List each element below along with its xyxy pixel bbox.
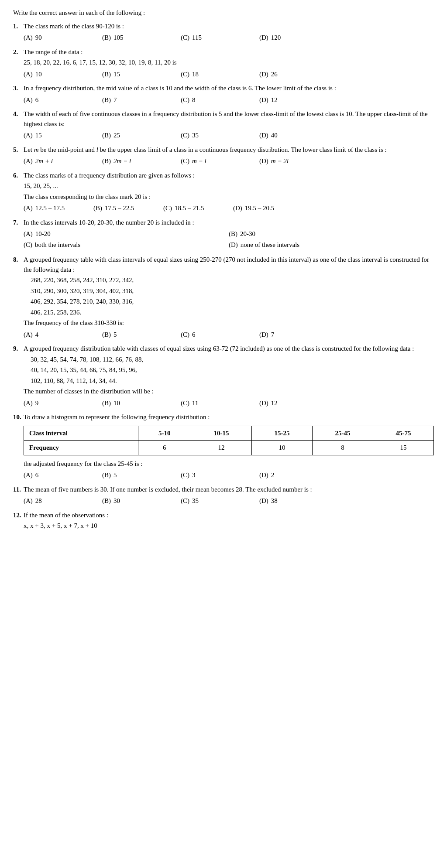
option-4-1: (B)25: [102, 130, 181, 140]
options-row-5: (A)2m + l(B)2m − l(C)m − l(D)m − 2l: [24, 156, 434, 166]
option-6-3: (D)19.5 – 20.5: [233, 203, 303, 213]
options-row-4: (A)15(B)25(C)35(D)40: [24, 130, 434, 140]
question-12: 12.If the mean of the observations :x, x…: [13, 510, 434, 531]
table-cell-0-3: 10: [252, 441, 313, 455]
question-number-8: 8.: [13, 255, 24, 265]
question-subtext2-10: the adjusted frequency for the class 25-…: [24, 459, 434, 469]
question-text-8: A grouped frequency table with class int…: [24, 255, 434, 274]
options-row-11: (A)28(B)30(C)35(D)38: [24, 496, 434, 506]
option-2-3: (D)26: [259, 69, 338, 79]
option-7-0: (A)10-20: [24, 229, 229, 239]
question-number-5: 5.: [13, 145, 24, 155]
question-text-6: The class marks of a frequency distribut…: [24, 171, 434, 181]
dataline-8-0: 268, 220, 368, 258, 242, 310, 272, 342,: [31, 275, 434, 285]
question-text-2: The range of the data :: [24, 47, 434, 57]
options-row-8: (A)4(B)5(C)6(D)7: [24, 330, 434, 340]
option-11-3: (D)38: [259, 496, 338, 506]
options-row-3: (A)6(B)7(C)8(D)12: [24, 95, 434, 105]
dataline-9-2: 102, 110, 88, 74, 112, 14, 34, 44.: [31, 376, 434, 386]
question-number-10: 10.: [13, 412, 24, 422]
question-number-2: 2.: [13, 47, 24, 57]
question-text-5: Let m be the mid-point and l be the uppe…: [24, 145, 434, 155]
table-header-2: 10-15: [191, 426, 252, 441]
option-8-0: (A)4: [24, 330, 102, 340]
question-number-6: 6.: [13, 171, 24, 181]
question-9: 9.A grouped frequency distribution table…: [13, 344, 434, 408]
table-header-1: 5-10: [138, 426, 191, 441]
question-8: 8.A grouped frequency table with class i…: [13, 255, 434, 339]
question-number-4: 4.: [13, 109, 24, 119]
question-number-7: 7.: [13, 218, 24, 228]
question-number-1: 1.: [13, 21, 24, 31]
question-number-12: 12.: [13, 510, 24, 520]
option-10-3: (D)2: [259, 470, 338, 480]
question-text-4: The width of each of five continuous cla…: [24, 109, 434, 129]
question-text-10: To draw a histogram to represent the fol…: [24, 412, 434, 422]
option-2-2: (C)18: [181, 69, 259, 79]
option-6-1: (B)17.5 – 22.5: [93, 203, 163, 213]
question-text-1: The class mark of the class 90-120 is :: [24, 21, 434, 31]
freq-table-10: Class interval5-1010-1515-2525-4545-75Fr…: [24, 426, 434, 455]
table-cell-0-5: 15: [373, 441, 433, 455]
question-text-3: In a frequency distribution, the mid val…: [24, 83, 434, 93]
option-1-2: (C)115: [181, 33, 259, 43]
option-5-0: (A)2m + l: [24, 156, 102, 166]
dataline-8-3: 406, 215, 258, 236.: [31, 308, 434, 318]
question-11: 11.The mean of five numbers is 30. If on…: [13, 485, 434, 506]
question-number-11: 11.: [13, 485, 24, 495]
question-subtext2-9: The number of classes in the distributio…: [24, 386, 434, 396]
option-1-0: (A)90: [24, 33, 102, 43]
option-3-3: (D)12: [259, 95, 338, 105]
option-8-1: (B)5: [102, 330, 181, 340]
question-3: 3.In a frequency distribution, the mid v…: [13, 83, 434, 105]
options-row-7: (A)10-20(B)20-30(C)both the intervals(D)…: [24, 229, 434, 250]
question-subtext2-6: The class corresponding to the class mar…: [24, 192, 434, 202]
options-row-6: (A)12.5 – 17.5(B)17.5 – 22.5(C)18.5 – 21…: [24, 203, 434, 213]
question-6: 6.The class marks of a frequency distrib…: [13, 171, 434, 213]
option-11-0: (A)28: [24, 496, 102, 506]
question-7: 7.In the class intervals 10-20, 20-30, t…: [13, 218, 434, 251]
table-header-3: 15-25: [252, 426, 313, 441]
options-row-10: (A)6(B)5(C)3(D)2: [24, 470, 434, 480]
question-subtext2-8: The frequency of the class 310-330 is:: [24, 318, 434, 328]
question-text-11: The mean of five numbers is 30. If one n…: [24, 485, 434, 495]
question-number-3: 3.: [13, 83, 24, 93]
option-4-2: (C)35: [181, 130, 259, 140]
option-7-3: (D)none of these intervals: [229, 240, 434, 250]
option-11-2: (C)35: [181, 496, 259, 506]
dataline-8-1: 310, 290, 300, 320, 319, 304, 402, 318,: [31, 286, 434, 296]
header: Write the correct answer in each of the …: [13, 8, 434, 18]
table-header-0: Class interval: [24, 426, 138, 441]
dataline-9-0: 30, 32, 45, 54, 74, 78, 108, 112, 66, 76…: [31, 355, 434, 365]
table-cell-0-4: 8: [313, 441, 373, 455]
table-header-5: 45-75: [373, 426, 433, 441]
dataline-8-2: 406, 292, 354, 278, 210, 240, 330, 316,: [31, 297, 434, 307]
option-6-2: (C)18.5 – 21.5: [163, 203, 233, 213]
option-8-2: (C)6: [181, 330, 259, 340]
option-10-2: (C)3: [181, 470, 259, 480]
option-8-3: (D)7: [259, 330, 338, 340]
option-5-1: (B)2m − l: [102, 156, 181, 166]
option-3-1: (B)7: [102, 95, 181, 105]
option-5-2: (C)m − l: [181, 156, 259, 166]
option-4-0: (A)15: [24, 130, 102, 140]
question-text-9: A grouped frequency distribution table w…: [24, 344, 434, 354]
dataline-9-1: 40, 14, 20, 15, 35, 44, 66, 75, 84, 95, …: [31, 365, 434, 375]
question-subtext-6: 15, 20, 25, ...: [24, 181, 434, 191]
option-3-0: (A)6: [24, 95, 102, 105]
options-row-2: (A)10(B)15(C)18(D)26: [24, 69, 434, 79]
option-9-0: (A)9: [24, 398, 102, 408]
option-6-0: (A)12.5 – 17.5: [24, 203, 93, 213]
option-9-3: (D)12: [259, 398, 338, 408]
option-1-1: (B)105: [102, 33, 181, 43]
question-1: 1.The class mark of the class 90-120 is …: [13, 21, 434, 43]
question-text-12: If the mean of the observations :: [24, 510, 434, 520]
option-5-3: (D)m − 2l: [259, 156, 338, 166]
question-5: 5.Let m be the mid-point and l be the up…: [13, 145, 434, 166]
option-10-1: (B)5: [102, 470, 181, 480]
options-row-9: (A)9(B)10(C)11(D)12: [24, 398, 434, 408]
option-9-2: (C)11: [181, 398, 259, 408]
question-4: 4.The width of each of five continuous c…: [13, 109, 434, 140]
table-cell-0-0: Frequency: [24, 441, 138, 455]
option-7-2: (C)both the intervals: [24, 240, 229, 250]
